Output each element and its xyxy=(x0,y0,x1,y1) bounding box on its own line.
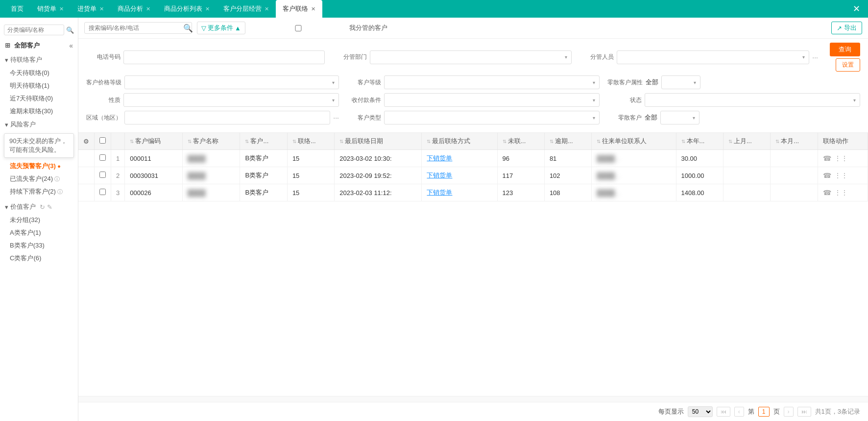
retail-customer-select[interactable]: ▾ xyxy=(660,111,699,124)
action-phone-icon-0[interactable]: ☎ xyxy=(823,154,831,162)
sidebar-item-tomorrow[interactable]: 明天待联络(1) xyxy=(0,79,78,92)
th-this-year[interactable]: ⇅本年... xyxy=(676,133,723,150)
action-more-icon-1[interactable]: ⋮⋮ xyxy=(834,172,848,179)
window-close-btn[interactable]: ✕ xyxy=(849,3,864,14)
th-overdue[interactable]: ⇅逾期... xyxy=(544,133,591,150)
sidebar-group-pending[interactable]: ▾ 待联络客户 xyxy=(0,53,78,67)
action-more-icon-2[interactable]: ⋮⋮ xyxy=(834,189,848,197)
th-not-contacted[interactable]: ⇅未联... xyxy=(497,133,544,150)
th-code[interactable]: ⇅客户编码 xyxy=(125,133,183,150)
th-settings[interactable]: ⚙ xyxy=(78,133,95,150)
warning-icon: ● xyxy=(57,163,61,169)
next-page-btn[interactable]: › xyxy=(784,407,794,417)
action-phone-icon-2[interactable]: ☎ xyxy=(823,189,831,197)
cell-checkbox-0[interactable] xyxy=(95,150,111,167)
cell-code-1: 00030031 xyxy=(125,167,183,184)
th-type[interactable]: ⇅客户... xyxy=(240,133,287,150)
th-this-month[interactable]: ⇅本月... xyxy=(771,133,818,150)
sidebar-item-declining[interactable]: 持续下滑客户(2) ⓘ xyxy=(0,185,78,198)
price-level-select[interactable]: ▾ xyxy=(124,75,339,89)
person-select[interactable]: ▾ xyxy=(617,50,810,64)
sidebar-all-customers[interactable]: ⊞ 全部客户 « xyxy=(0,38,78,53)
last-page-btn[interactable]: ⏭ xyxy=(797,407,811,417)
sidebar-item-class-b[interactable]: B类客户(33) xyxy=(0,239,78,252)
prev-page-btn[interactable]: ‹ xyxy=(734,407,744,417)
query-button[interactable]: 查询 xyxy=(830,43,860,56)
customer-type-chevron-icon: ▾ xyxy=(593,115,595,121)
region-more-btn[interactable]: ··· xyxy=(333,114,339,122)
dept-field: 分管部门 ▾ xyxy=(333,50,571,64)
tab-product-analysis[interactable]: 商品分析 ✕ xyxy=(111,0,157,18)
filter-search-button[interactable]: 🔍 xyxy=(183,24,193,33)
tab-home[interactable]: 首页 xyxy=(4,0,30,18)
tab-product-analysis-list-close[interactable]: ✕ xyxy=(205,6,210,12)
region-select[interactable] xyxy=(124,111,330,124)
cell-checkbox-1[interactable] xyxy=(95,167,111,184)
search-input[interactable] xyxy=(84,22,192,34)
phone-input[interactable] xyxy=(123,50,325,64)
gender-select[interactable]: ▾ xyxy=(123,93,339,107)
cell-last-method-0[interactable]: 下销货单 xyxy=(422,150,497,167)
tab-customer-segment-close[interactable]: ✕ xyxy=(265,6,269,12)
sidebar-group-value[interactable]: ▾ 价值客户 ↻ ✎ xyxy=(0,200,78,214)
th-name[interactable]: ⇅客户名称 xyxy=(182,133,240,150)
action-more-icon-0[interactable]: ⋮⋮ xyxy=(834,154,848,162)
sidebar-item-class-a[interactable]: A类客户(1) xyxy=(0,226,78,239)
cell-last-method-2[interactable]: 下销货单 xyxy=(422,184,497,201)
tab-sales-close[interactable]: ✕ xyxy=(59,6,64,12)
retail-attr-select[interactable]: ▾ xyxy=(661,75,700,89)
th-last-month[interactable]: ⇅上月... xyxy=(723,133,770,150)
dept-select[interactable]: ▾ xyxy=(370,50,571,64)
sidebar-item-overdue[interactable]: 逾期未联络(30) xyxy=(0,105,78,118)
payment-select[interactable]: ▾ xyxy=(384,93,600,107)
tab-customer-contact-close[interactable]: ✕ xyxy=(311,6,315,12)
sidebar-item-class-c[interactable]: C类客户(6) xyxy=(0,252,78,265)
refresh-icon[interactable]: ↻ xyxy=(40,203,45,211)
select-all-checkbox[interactable] xyxy=(99,137,106,144)
tab-customer-contact[interactable]: 客户联络 ✕ xyxy=(276,0,322,18)
tab-sales[interactable]: 销货单 ✕ xyxy=(30,0,71,18)
th-last-date[interactable]: ⇅最后联络日期 xyxy=(335,133,422,150)
sidebar-group-risk[interactable]: ▾ 风险客户 xyxy=(0,118,78,131)
tab-product-analysis-close[interactable]: ✕ xyxy=(146,6,150,12)
status-select[interactable]: ▾ xyxy=(645,93,860,107)
sidebar-item-churn-warning[interactable]: 流失预警客户(3) ● xyxy=(0,160,78,173)
customer-level-select[interactable]: ▾ xyxy=(384,75,600,89)
cell-last-method-1[interactable]: 下销货单 xyxy=(422,167,497,184)
sidebar-item-churned[interactable]: 已流失客户(24) ⓘ xyxy=(0,173,78,185)
sidebar-item-ungrouped[interactable]: 未分组(32) xyxy=(0,214,78,226)
customer-type-select[interactable]: ▾ xyxy=(384,111,600,124)
th-contact[interactable]: ⇅联络... xyxy=(287,133,334,150)
cell-contact-1: 15 xyxy=(287,167,334,184)
tab-customer-segment[interactable]: 客户分层经营 ✕ xyxy=(217,0,276,18)
cell-checkbox-2[interactable] xyxy=(95,184,111,201)
sidebar-search-icon[interactable]: 🔍 xyxy=(66,26,74,34)
tab-purchase[interactable]: 进货单 ✕ xyxy=(71,0,111,18)
sidebar-collapse-btn[interactable]: « xyxy=(69,42,73,50)
chevron-up-icon: ▲ xyxy=(235,25,241,32)
edit-icon[interactable]: ✎ xyxy=(47,203,52,211)
cell-overdue-1: 102 xyxy=(544,167,591,184)
filter-more-conditions[interactable]: ▽ 更多条件 ▲ xyxy=(197,22,245,34)
sidebar-item-7days[interactable]: 近7天待联络(0) xyxy=(0,92,78,105)
per-page-select[interactable]: 50 100 200 xyxy=(688,406,713,417)
settings-button[interactable]: 设置 xyxy=(836,58,860,72)
tab-purchase-close[interactable]: ✕ xyxy=(99,6,104,12)
first-page-btn[interactable]: ⏮ xyxy=(717,407,730,417)
th-last-method[interactable]: ⇅最后联络方式 xyxy=(422,133,497,150)
th-checkbox[interactable] xyxy=(95,133,111,150)
filter-my-customers[interactable]: 我分管的客户 xyxy=(249,24,387,32)
action-phone-icon-1[interactable]: ☎ xyxy=(823,172,831,179)
cell-type-2: B类客户 xyxy=(240,184,287,201)
settings-icon[interactable]: ⚙ xyxy=(83,138,89,145)
horizontal-scrollbar[interactable] xyxy=(78,396,868,402)
th-company-contact[interactable]: ⇅往来单位联系人 xyxy=(592,133,676,150)
person-more-btn[interactable]: ··· xyxy=(812,53,818,61)
tab-product-analysis-list[interactable]: 商品分析列表 ✕ xyxy=(157,0,217,18)
sidebar-item-today[interactable]: 今天待联络(0) xyxy=(0,67,78,79)
info-icon: ⓘ xyxy=(54,176,60,182)
my-customers-checkbox[interactable] xyxy=(249,25,347,31)
export-button[interactable]: ↗ 导出 xyxy=(831,22,862,34)
retail-customer-chevron-icon: ▾ xyxy=(693,115,695,121)
sidebar-search-input[interactable] xyxy=(4,25,64,35)
